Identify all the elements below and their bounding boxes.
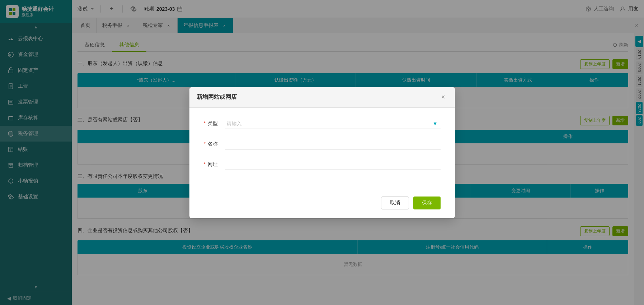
form-label-type: * 类型 (204, 120, 225, 127)
form-type-input-wrap: ▼ (225, 119, 441, 129)
form-row-url: * 网址 (204, 160, 441, 170)
form-name-input-wrap (225, 139, 441, 149)
dialog-title: 新增网站或网店 (197, 93, 237, 101)
form-url-input-wrap (225, 160, 441, 170)
type-input[interactable] (225, 119, 441, 129)
name-input[interactable] (225, 139, 441, 149)
dialog-header: 新增网站或网店 × (189, 87, 455, 108)
dropdown-arrow-icon: ▼ (433, 121, 438, 126)
form-row-type: * 类型 ▼ (204, 119, 441, 129)
add-website-dialog: 新增网站或网店 × * 类型 ▼ * 名称 (189, 87, 455, 218)
save-button[interactable]: 保存 (413, 197, 441, 209)
dialog-body: * 类型 ▼ * 名称 * (189, 108, 455, 191)
form-row-name: * 名称 (204, 139, 441, 149)
dialog-close-button[interactable]: × (439, 93, 448, 102)
dialog-overlay: 新增网站或网店 × * 类型 ▼ * 名称 (0, 0, 644, 305)
cancel-button[interactable]: 取消 (381, 197, 409, 209)
url-input[interactable] (225, 160, 441, 170)
form-label-url: * 网址 (204, 161, 225, 168)
dialog-footer: 取消 保存 (189, 191, 455, 218)
form-label-name: * 名称 (204, 141, 225, 147)
